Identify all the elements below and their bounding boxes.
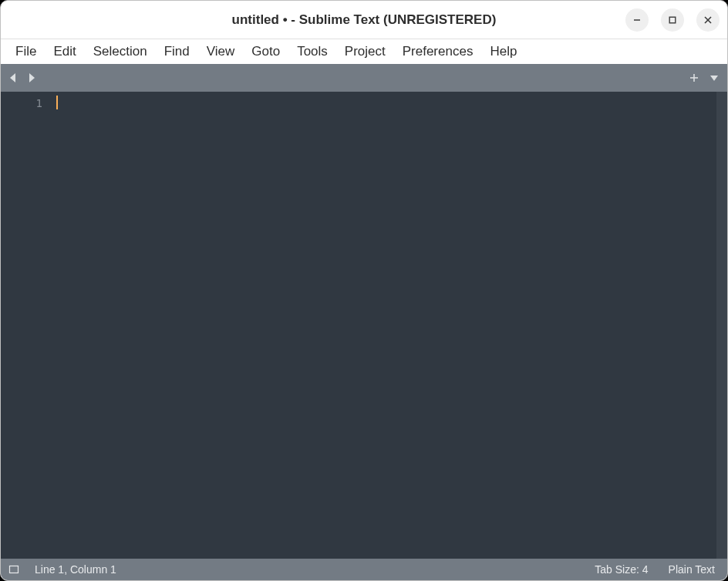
- titlebar: untitled • - Sublime Text (UNREGISTERED): [1, 1, 727, 39]
- tab-control-group: [686, 69, 723, 86]
- statusbar: Line 1, Column 1 Tab Size: 4 Plain Text: [1, 559, 727, 580]
- svg-marker-5: [29, 73, 35, 82]
- status-tab-size[interactable]: Tab Size: 4: [590, 563, 652, 576]
- new-tab-button[interactable]: [686, 69, 703, 86]
- close-icon: [703, 15, 713, 25]
- plus-icon: [689, 72, 699, 83]
- chevron-right-icon: [27, 72, 36, 83]
- line-number: 1: [1, 96, 42, 111]
- tab-history-forward-button[interactable]: [24, 69, 39, 86]
- chevron-down-icon: [709, 72, 720, 83]
- svg-marker-8: [710, 76, 718, 81]
- window-controls: [625, 1, 720, 39]
- svg-marker-4: [10, 73, 15, 82]
- menubar: File Edit Selection Find View Goto Tools…: [1, 39, 727, 64]
- tab-history-back-button[interactable]: [5, 69, 21, 86]
- minimize-icon: [632, 15, 642, 25]
- menu-preferences[interactable]: Preferences: [394, 41, 482, 62]
- tab-nav-group: [5, 69, 39, 86]
- status-syntax[interactable]: Plain Text: [664, 563, 720, 576]
- svg-rect-1: [669, 17, 676, 23]
- text-cursor: [56, 96, 58, 109]
- tabstrip: [1, 64, 727, 92]
- maximize-button[interactable]: [661, 8, 684, 32]
- menu-project[interactable]: Project: [336, 41, 394, 62]
- close-button[interactable]: [696, 8, 720, 32]
- menu-edit[interactable]: Edit: [45, 41, 84, 62]
- status-cursor-position[interactable]: Line 1, Column 1: [30, 563, 121, 576]
- panel-icon: [8, 564, 19, 575]
- menu-goto[interactable]: Goto: [243, 41, 288, 62]
- menu-file[interactable]: File: [7, 41, 45, 62]
- panel-switcher-button[interactable]: [8, 564, 19, 575]
- tab-dropdown-button[interactable]: [706, 69, 723, 86]
- code-content[interactable]: [53, 92, 727, 559]
- editor-area[interactable]: 1: [1, 92, 727, 559]
- minimize-button[interactable]: [625, 8, 649, 32]
- menu-view[interactable]: View: [198, 41, 244, 62]
- vertical-scrollbar[interactable]: [716, 92, 727, 559]
- line-number-gutter: 1: [1, 92, 53, 559]
- menu-tools[interactable]: Tools: [288, 41, 336, 62]
- menu-selection[interactable]: Selection: [85, 41, 156, 62]
- maximize-icon: [668, 15, 677, 25]
- menu-find[interactable]: Find: [156, 41, 198, 62]
- window-title: untitled • - Sublime Text (UNREGISTERED): [1, 12, 727, 28]
- chevron-left-icon: [8, 72, 18, 83]
- menu-help[interactable]: Help: [481, 41, 525, 62]
- app-window: untitled • - Sublime Text (UNREGISTERED)…: [0, 0, 728, 581]
- svg-rect-9: [10, 566, 19, 573]
